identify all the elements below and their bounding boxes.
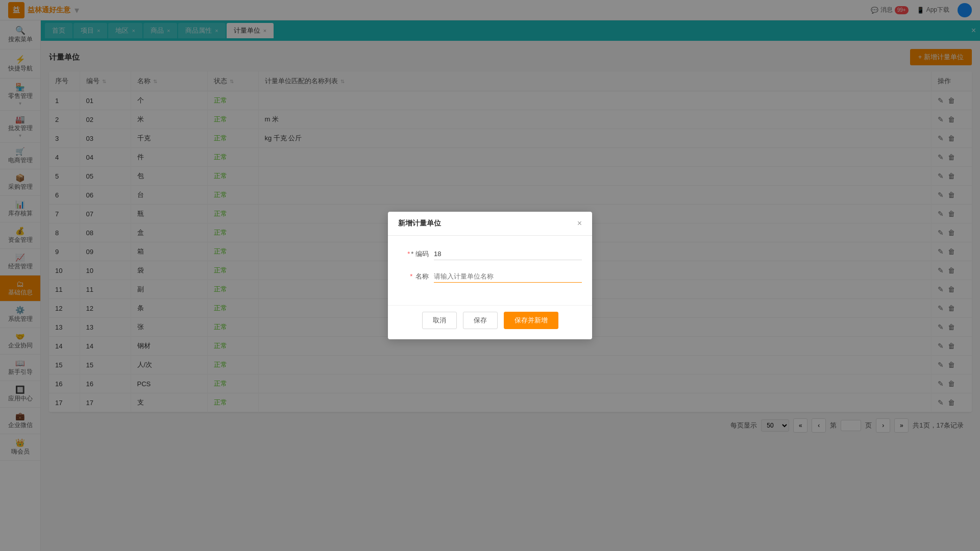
modal-code-input[interactable] [434, 248, 582, 260]
modal-save-button[interactable]: 保存 [463, 312, 498, 329]
modal-name-input[interactable] [434, 270, 582, 283]
form-name-label: * 名称 [398, 272, 429, 281]
modal-save-new-button[interactable]: 保存并新增 [504, 312, 558, 329]
modal-cancel-button[interactable]: 取消 [422, 312, 457, 329]
required-star-name: * [410, 272, 412, 280]
add-unit-modal: 新增计量单位 × ** 编码 * 名称 取消 保存 保存并新增 [388, 212, 592, 339]
modal-close-button[interactable]: × [577, 219, 582, 228]
form-code-label: ** 编码 [398, 249, 429, 259]
form-row-code: ** 编码 [398, 248, 582, 260]
modal-title: 新增计量单位 [398, 219, 441, 228]
modal-footer: 取消 保存 保存并新增 [388, 305, 592, 339]
modal-header: 新增计量单位 × [388, 212, 592, 236]
required-star: * [407, 250, 410, 258]
form-row-name: * 名称 [398, 270, 582, 283]
modal-body: ** 编码 * 名称 [388, 236, 592, 301]
modal-overlay: 新增计量单位 × ** 编码 * 名称 取消 保存 保存并新增 [0, 0, 980, 551]
